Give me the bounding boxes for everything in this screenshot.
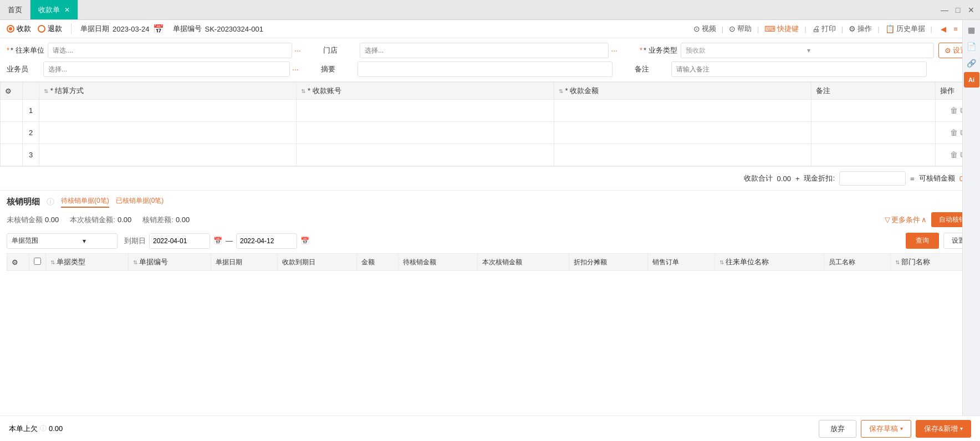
- available-label: 可核销金额: [919, 173, 955, 183]
- help-action[interactable]: ⊙ 帮助: [729, 24, 752, 34]
- receipt-radio[interactable]: 收款: [7, 24, 31, 34]
- due-date-end-input[interactable]: [236, 233, 297, 249]
- calendar-icon[interactable]: 📅: [153, 24, 164, 34]
- calendar-end-icon[interactable]: 📅: [300, 237, 309, 245]
- shortcut-label: 快捷键: [777, 24, 799, 34]
- row2-note[interactable]: [811, 122, 936, 144]
- sort-icon-bt: ⇅: [50, 259, 55, 265]
- row1-note[interactable]: [811, 100, 936, 122]
- summary-label: 摘要: [321, 64, 354, 74]
- chevron-up-icon: ∧: [921, 216, 927, 224]
- calendar-start-icon[interactable]: 📅: [213, 237, 222, 245]
- diff-label: 核销差额:: [142, 215, 173, 225]
- receipt-radio-circle: [7, 25, 14, 33]
- vth-bill-no: ⇅ 单据编号: [128, 254, 211, 271]
- staff-input[interactable]: [43, 61, 290, 77]
- scope-select[interactable]: 单据范围 ▾: [7, 233, 118, 249]
- history-action[interactable]: 📋 历史单据: [885, 24, 925, 34]
- done-tab[interactable]: 已核销单据(0笔): [116, 196, 164, 208]
- sidebar-link-icon[interactable]: 🔗: [964, 55, 979, 71]
- history-icon: 📋: [885, 24, 895, 33]
- counterparty-group: * 往来单位 ···: [7, 43, 301, 58]
- print-label: 打印: [821, 24, 836, 34]
- biz-type-select[interactable]: 预收款 ▾: [681, 43, 934, 58]
- tab-home[interactable]: 首页: [0, 0, 30, 19]
- print-icon: 🖨: [812, 24, 820, 33]
- video-action[interactable]: ⊙ 视频: [693, 24, 716, 34]
- select-all-checkbox[interactable]: [34, 258, 41, 265]
- refund-radio[interactable]: 退款: [38, 24, 62, 34]
- list-view-icon[interactable]: ≡: [950, 23, 961, 34]
- settings-gear-icon: ⚙: [945, 47, 951, 55]
- biz-type-group: * 业务类型 预收款 ▾: [640, 43, 934, 58]
- staff-more-icon[interactable]: ···: [292, 65, 299, 74]
- row2-delete-icon[interactable]: 🗑: [950, 128, 958, 137]
- remark-label: 备注: [635, 64, 668, 74]
- shortcut-action[interactable]: ⌨ 快捷键: [764, 24, 799, 34]
- receipt-type-group: 收款 退款: [7, 24, 62, 34]
- maximize-button[interactable]: □: [953, 6, 962, 14]
- remark-input[interactable]: [671, 61, 927, 77]
- refund-radio-circle: [38, 25, 45, 33]
- table-header-row: ⚙ ⇅ * 结算方式 ⇅ * 收款账号 ⇅ * 收款金额 备: [1, 83, 980, 100]
- save-new-button[interactable]: 保存&新增 ▾: [916, 420, 971, 438]
- print-action[interactable]: 🖨 打印: [812, 24, 836, 34]
- footer-buttons: 放弃 保存草稿 ▾ 保存&新增 ▾: [819, 420, 971, 438]
- row3-delete-icon[interactable]: 🗑: [950, 150, 958, 160]
- row2-settlement[interactable]: [39, 122, 297, 144]
- draft-button[interactable]: 保存草稿 ▾: [861, 420, 911, 438]
- save-chevron-icon: ▾: [960, 425, 963, 432]
- th-settings[interactable]: ⚙: [1, 83, 23, 100]
- abandon-button[interactable]: 放弃: [819, 420, 856, 438]
- vth-settings[interactable]: ⚙: [7, 254, 29, 271]
- counterparty-input[interactable]: [48, 43, 293, 58]
- toolbar: 收款 退款 单据日期 2023-03-24 📅 单据编号 SK-20230324…: [0, 20, 980, 38]
- pending-tab[interactable]: 待核销单据(0笔): [61, 196, 109, 208]
- summary-input[interactable]: [358, 61, 613, 77]
- tab-receipt[interactable]: 收款单 ✕: [30, 0, 78, 19]
- row3-account[interactable]: [297, 144, 554, 166]
- operation-action[interactable]: ⚙ 操作: [849, 24, 872, 34]
- row1-settlement[interactable]: [39, 100, 297, 122]
- store-more-icon[interactable]: ···: [611, 46, 617, 55]
- row3-amount[interactable]: [554, 144, 811, 166]
- counterparty-more-icon[interactable]: ···: [294, 46, 301, 55]
- sidebar-ai-icon[interactable]: Ai: [964, 72, 979, 88]
- due-date-start-input[interactable]: [149, 233, 210, 249]
- divider1: [71, 23, 72, 34]
- store-input[interactable]: [360, 43, 609, 58]
- filter-icon: ▽: [885, 216, 890, 224]
- row1-account[interactable]: [297, 100, 554, 122]
- row1-delete-icon[interactable]: 🗑: [950, 106, 958, 115]
- row2-amount[interactable]: [554, 122, 811, 144]
- row3-settlement[interactable]: [39, 144, 297, 166]
- row1-amount[interactable]: [554, 100, 811, 122]
- more-conditions-btn[interactable]: ▽ 更多条件 ∧: [885, 215, 927, 225]
- query-button[interactable]: 查询: [906, 233, 939, 249]
- prev-info-icon[interactable]: ⓘ: [40, 424, 47, 433]
- prev-label: 本单上欠: [9, 424, 38, 434]
- close-button[interactable]: ✕: [967, 6, 976, 14]
- date-range: 到期日 📅 — 📅: [124, 233, 309, 249]
- verify-title: 核销明细: [7, 197, 40, 207]
- video-icon: ⊙: [693, 24, 700, 33]
- vth-gear-icon: ⚙: [12, 258, 18, 266]
- verify-info-icon[interactable]: ⓘ: [47, 197, 54, 207]
- vth-check[interactable]: [29, 254, 46, 271]
- prev-view-icon[interactable]: ◀: [938, 23, 949, 34]
- sidebar-table-icon[interactable]: ▦: [964, 22, 979, 38]
- table-row: 3 🗑 ⧉: [1, 144, 980, 166]
- tab-close-icon[interactable]: ✕: [64, 6, 70, 14]
- date-value: 2023-03-24: [113, 25, 150, 33]
- footer: 本单上欠 ⓘ 0.00 放弃 保存草稿 ▾ 保存&新增 ▾: [0, 416, 980, 441]
- minimize-button[interactable]: —: [940, 6, 949, 14]
- scope-label: 单据范围: [12, 236, 45, 245]
- discount-input[interactable]: [839, 171, 906, 186]
- form-row-1: * 往来单位 ··· 门店 ··· * 业务类型 预收款 ▾: [7, 43, 973, 58]
- row1-settings: [1, 100, 23, 122]
- row2-account[interactable]: [297, 122, 554, 144]
- store-group: 门店 ···: [323, 43, 617, 58]
- no-field: 单据编号 SK-20230324-001: [173, 24, 264, 34]
- row3-note[interactable]: [811, 144, 936, 166]
- sidebar-doc-icon[interactable]: 📄: [964, 39, 979, 54]
